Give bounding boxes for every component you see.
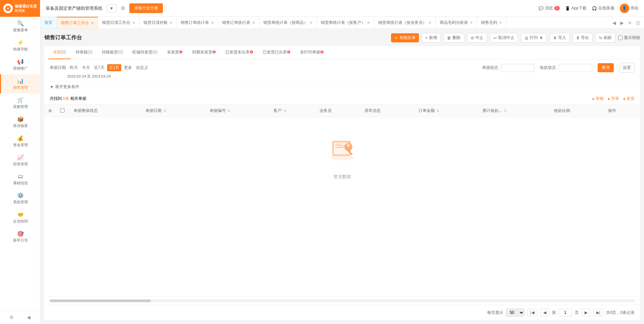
sidebar-item-purchase[interactable]: 🛒 采购管理 <box>0 93 40 113</box>
next-page-btn[interactable]: ▶ <box>582 309 591 316</box>
cancel-stop-btn[interactable]: ↩ 取消中止 <box>490 33 518 43</box>
topbar-settings-btn[interactable]: ⚙ <box>121 5 125 11</box>
tab-prev-btn[interactable]: ◀ <box>611 19 617 26</box>
filter-tab-all[interactable]: 全部(0) <box>48 46 71 59</box>
refresh-btn[interactable]: ↻ 刷新 <box>595 33 615 43</box>
tab-close-all-btn[interactable]: ✕ <box>627 19 633 26</box>
shortcut-more[interactable]: 更多 <box>123 64 133 71</box>
filter-tab-pending-inspect[interactable]: 待拣验货(0) <box>97 46 128 59</box>
sidebar-nav: 🔍 搜索菜单 ⚡ 快捷导航 📢 营销推广 📊 销售管理 🛒 采购管理 📦 库存核… <box>0 17 40 310</box>
tab-expand-btn[interactable]: ⊡ <box>635 19 641 26</box>
sidebar-item-finance[interactable]: 💰 资金管理 <box>0 132 40 151</box>
show-detail-label[interactable]: 显示明细 <box>618 35 640 41</box>
expand-more-btn[interactable]: ▼ 展开更多条件 <box>50 84 79 90</box>
sidebar-item-quick-nav[interactable]: ⚡ 快捷导航 <box>0 36 40 55</box>
shortcut-custom[interactable]: 自定义 <box>135 64 149 71</box>
page-input[interactable] <box>559 309 572 316</box>
tab-close-sales-profit[interactable]: ✕ <box>499 21 502 25</box>
sidebar-item-search[interactable]: 🔍 搜索菜单 <box>0 17 40 36</box>
page-size-select[interactable]: 50 10 20 100 <box>506 309 524 317</box>
shortcut-yesterday[interactable]: 昨天 <box>69 64 79 71</box>
col-collected[interactable]: 累计收款... ⇅ <box>478 105 550 117</box>
stop-btn[interactable]: ⊘ 中止 <box>467 33 487 43</box>
col-customer[interactable]: 客户 ⇅ <box>269 105 315 117</box>
tab-close-sales-exec[interactable]: ✕ <box>252 21 255 25</box>
first-page-btn[interactable]: |◀ <box>527 309 537 316</box>
tab-cash-daily[interactable]: 钱货日清工作台 ✕ <box>98 17 139 29</box>
system-dropdown[interactable]: ▼ <box>106 4 117 12</box>
tab-close-sales-stats[interactable]: ✕ <box>211 21 214 25</box>
sidebar-settings-btn[interactable]: ⚙ <box>8 313 15 321</box>
message-item[interactable]: 💬 消息 6 <box>539 5 560 11</box>
query-btn[interactable]: 查询 <box>598 63 614 72</box>
solution-btn[interactable]: 体验行业方案 <box>129 3 163 13</box>
logo-icon <box>3 4 13 13</box>
tab-next-btn[interactable]: ▶ <box>619 19 625 26</box>
delete-btn[interactable]: 🗑 删除 <box>443 33 464 43</box>
export-btn[interactable]: ⬆ 导出 <box>572 33 593 43</box>
tab-product-margin[interactable]: 商品毛利分析表 ✕ <box>436 17 477 29</box>
filter-tab-shipped-out[interactable]: 已发货已出库❶ <box>258 46 295 59</box>
sidebar-item-cooperation[interactable]: 🤝 企业协同 <box>0 208 40 227</box>
tab-sales-stats[interactable]: 销售订单统计表 ✕ <box>177 17 218 29</box>
sidebar-collapse-btn[interactable]: ◀ <box>26 313 32 321</box>
tab-sales-profit[interactable]: 销售毛利 ✕ <box>477 17 506 29</box>
col-checkbox[interactable] <box>56 105 70 117</box>
tab-sales-exec[interactable]: 销售订单执行表 ✕ <box>218 17 259 29</box>
filter-tab-overdue[interactable]: 到期未发货❶ <box>187 46 221 59</box>
tab-cash-reconcile[interactable]: 钱货日清对账 ✕ <box>139 17 177 29</box>
tab-sales-workbench[interactable]: 销售订单工作台 ✕ <box>57 17 98 29</box>
sidebar-item-system[interactable]: ⚙️ 系统管理 <box>0 189 40 208</box>
date-label: 单据日期 <box>50 65 66 71</box>
col-amount[interactable]: 订单金额 ⇅ <box>415 105 478 117</box>
tab-close-product-margin[interactable]: ✕ <box>470 21 473 25</box>
sidebar-item-marketing[interactable]: 📢 营销推广 <box>0 55 40 74</box>
new-btn[interactable]: + 新增 <box>422 33 441 43</box>
prev-page-btn[interactable]: ◀ <box>540 309 549 316</box>
filter-tab-not-shipped[interactable]: 未发货❶ <box>162 46 187 59</box>
status-select[interactable] <box>501 64 534 72</box>
ship-action-btn[interactable]: ● 发货 <box>623 96 635 102</box>
show-detail-checkbox[interactable] <box>618 36 622 40</box>
col-date[interactable]: 单据日期 ⇅ <box>141 105 205 117</box>
filter-tab-wangpu[interactable]: 旺铺待发货(0) <box>128 46 162 59</box>
settings-filter-btn[interactable]: 设置 <box>619 63 635 73</box>
tab-close-sales-stat-product[interactable]: ✕ <box>310 21 312 25</box>
tab-sales-stat-product[interactable]: 销货单统计表（按商品） ✕ <box>259 17 317 29</box>
col-settings[interactable]: ⚙ <box>44 105 56 117</box>
shortcut-7days[interactable]: 近7天 <box>93 64 106 71</box>
shortcut-today[interactable]: 今天 <box>81 64 91 71</box>
scroll-thumb[interactable] <box>50 299 151 302</box>
user-item[interactable]: 👤 用友 <box>620 4 639 13</box>
tab-close-sales-stat-staff[interactable]: ✕ <box>429 21 431 25</box>
select-all-checkbox[interactable] <box>60 108 65 113</box>
filter-tab-not-printed[interactable]: 未打印单据❶ <box>295 46 329 59</box>
smart-generate-btn[interactable]: ★ 智能生单 <box>391 33 419 42</box>
payment-select[interactable] <box>559 64 592 72</box>
import-btn[interactable]: ⬇ 导入 <box>550 33 570 43</box>
app-download-item[interactable]: 📱 App下载 <box>565 5 587 11</box>
last-page-btn[interactable]: ▶| <box>593 309 603 316</box>
shortcut-1month[interactable]: 近1月 <box>107 64 122 71</box>
col-number[interactable]: 单据编号 ⇅ <box>206 105 269 117</box>
filter-tab-pending-review[interactable]: 待审核(0) <box>71 46 97 59</box>
cancel-audit-action-btn[interactable]: ● 弃审 <box>608 96 619 102</box>
filter-tab-shipped-not-out[interactable]: 已发货未出库❶ <box>221 46 258 59</box>
sidebar-item-basic[interactable]: 🗂 基础信息 <box>0 170 40 189</box>
tab-close-cash-daily[interactable]: ✕ <box>132 21 135 25</box>
tab-close-sales-stat-customer[interactable]: ✕ <box>367 21 370 25</box>
tab-sales-stat-staff[interactable]: 销货单统计表（按业务员） ✕ <box>374 17 436 29</box>
tab-close-sales-workbench[interactable]: ✕ <box>91 21 94 25</box>
sidebar-item-inventory[interactable]: 📦 库存核算 <box>0 113 40 132</box>
tab-sales-stat-customer[interactable]: 销货单统计表（按客户） ✕ <box>317 17 374 29</box>
cooperation-icon: 🤝 <box>17 211 24 218</box>
audit-action-btn[interactable]: ● 审核 <box>592 96 603 102</box>
horizontal-scroll[interactable] <box>50 299 635 302</box>
sidebar-item-operation[interactable]: 📈 经营管理 <box>0 151 40 170</box>
sidebar-item-sales[interactable]: 📊 销售管理 <box>0 74 40 93</box>
sidebar-item-guide[interactable]: 🎯 新手引导 <box>0 227 40 246</box>
tab-home[interactable]: 首页 <box>40 17 57 29</box>
print-btn[interactable]: 🖨 打印 ▼ <box>521 33 547 43</box>
tab-close-cash-reconcile[interactable]: ✕ <box>170 21 172 25</box>
online-service-item[interactable]: 🎧 在线客服 <box>592 5 614 11</box>
